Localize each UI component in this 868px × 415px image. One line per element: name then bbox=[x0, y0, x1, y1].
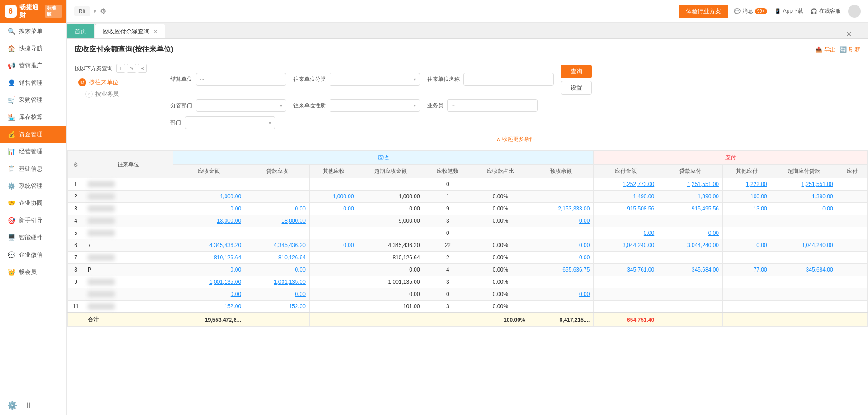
table-setting-icon[interactable]: ⚙ bbox=[73, 162, 78, 168]
collapse-more-button[interactable]: ∧ 收起更多条件 bbox=[170, 134, 860, 145]
table-cell[interactable]: 810,126.64 bbox=[245, 252, 310, 264]
edit-scheme-button[interactable]: ✎ bbox=[127, 64, 136, 73]
table-cell[interactable]: 0.00 bbox=[529, 288, 594, 301]
table-cell[interactable]: 4,345,436.20 bbox=[245, 239, 310, 252]
company-name[interactable]: Rit bbox=[74, 6, 90, 16]
table-cell[interactable]: 18,000.00 bbox=[173, 215, 245, 227]
table-cell[interactable]: 2,153,333.00 bbox=[529, 203, 594, 215]
gear-icon[interactable]: ⚙ bbox=[100, 7, 106, 15]
table-cell[interactable]: 1,251,551.00 bbox=[658, 178, 723, 191]
table-cell[interactable]: 0.00 bbox=[173, 264, 245, 276]
tab-home[interactable]: 首页 bbox=[67, 24, 94, 38]
table-cell[interactable]: 0.00 bbox=[723, 239, 771, 252]
partner-nature-select[interactable]: ▾ bbox=[330, 99, 420, 112]
sidebar-item-wechat[interactable]: 💬 企业微信 bbox=[0, 246, 66, 263]
salesman-input[interactable]: ··· bbox=[447, 99, 538, 112]
sidebar-item-marketing[interactable]: 📢 营销推广 bbox=[0, 57, 66, 74]
app-download-action[interactable]: 📱 App下载 bbox=[774, 7, 803, 15]
table-cell[interactable]: 1,390.00 bbox=[658, 191, 723, 203]
user-avatar[interactable] bbox=[848, 5, 861, 18]
table-cell[interactable]: 0.00 bbox=[309, 203, 358, 215]
sidebar-item-guide[interactable]: 🎯 新手引导 bbox=[0, 212, 66, 229]
table-cell[interactable]: 1,001,135.00 bbox=[245, 276, 310, 288]
table-cell[interactable]: 18,000.00 bbox=[245, 215, 310, 227]
partner-nature-arrow: ▾ bbox=[414, 103, 416, 108]
table-cell[interactable]: 1,390.00 bbox=[771, 191, 837, 203]
table-cell bbox=[309, 178, 358, 191]
set-button[interactable]: 设置 bbox=[561, 81, 592, 95]
table-cell[interactable]: 1,000.00 bbox=[309, 191, 358, 203]
table-cell[interactable]: 0.00 bbox=[245, 264, 310, 276]
table-cell[interactable]: 1,251,551.00 bbox=[771, 178, 837, 191]
sidebar-item-hardware[interactable]: 🖥️ 智能硬件 bbox=[0, 229, 66, 246]
table-cell[interactable]: 4,345,436.20 bbox=[173, 239, 245, 252]
tab-close-all-icon[interactable]: ✕ bbox=[846, 30, 852, 38]
footer-ar-amount: 19,553,472,6... bbox=[173, 313, 245, 327]
sidebar-collapse-icon[interactable]: ⏸ bbox=[24, 401, 33, 410]
refresh-button[interactable]: 🔄 刷新 bbox=[840, 46, 860, 54]
table-cell[interactable]: 1,000.00 bbox=[173, 191, 245, 203]
table-cell[interactable]: 3,044,240.00 bbox=[658, 239, 723, 252]
table-cell[interactable]: 3,044,240.00 bbox=[594, 239, 658, 252]
collapse-scheme-button[interactable]: « bbox=[138, 64, 147, 73]
sidebar-item-quick-nav[interactable]: 🏠 快捷导航 bbox=[0, 40, 66, 57]
table-cell[interactable]: 655,636.75 bbox=[529, 264, 594, 276]
table-cell[interactable]: 0.00 bbox=[173, 288, 245, 301]
sidebar-item-purchase[interactable]: 🛒 采购管理 bbox=[0, 91, 66, 109]
partner-name-input[interactable] bbox=[463, 73, 554, 86]
online-service-action[interactable]: 🎧 在线客服 bbox=[811, 7, 841, 15]
solution-button[interactable]: 体验行业方案 bbox=[679, 5, 728, 18]
export-button[interactable]: 📤 导出 bbox=[815, 46, 836, 54]
sidebar-item-sales[interactable]: 👤 销售管理 bbox=[0, 74, 66, 91]
table-cell[interactable]: 152.00 bbox=[245, 301, 310, 313]
table-cell[interactable]: 0.00 bbox=[771, 203, 837, 215]
table-cell[interactable]: 0.00 bbox=[658, 227, 723, 239]
scheme-actions: + ✎ « bbox=[116, 64, 147, 73]
table-cell[interactable]: 915,508.56 bbox=[594, 203, 658, 215]
table-cell[interactable]: 0.00 bbox=[173, 203, 245, 215]
table-cell[interactable]: 3,044,240.00 bbox=[771, 239, 837, 252]
add-scheme-button[interactable]: + bbox=[116, 64, 125, 73]
tab-close-icon[interactable]: ✕ bbox=[153, 29, 158, 35]
sidebar-settings-icon[interactable]: ⚙️ bbox=[7, 401, 17, 410]
table-cell[interactable]: 1,252,773.00 bbox=[594, 178, 658, 191]
filter-option-by-salesman[interactable]: ○ 按业务员 bbox=[75, 88, 165, 100]
table-cell[interactable]: 0.00 bbox=[309, 239, 358, 252]
table-cell[interactable]: 0.00 bbox=[245, 288, 310, 301]
sidebar-item-system[interactable]: ⚙️ 系统管理 bbox=[0, 177, 66, 195]
table-cell[interactable]: 1,222.00 bbox=[723, 178, 771, 191]
table-cell[interactable]: 0.00 bbox=[529, 215, 594, 227]
sidebar-item-operation[interactable]: 📊 经营管理 bbox=[0, 143, 66, 160]
table-cell[interactable]: 915,495.56 bbox=[658, 203, 723, 215]
table-cell[interactable]: 100.00 bbox=[723, 191, 771, 203]
sidebar-item-basic-info[interactable]: 📋 基础信息 bbox=[0, 160, 66, 177]
settlement-input[interactable]: ··· bbox=[196, 73, 286, 86]
table-cell[interactable]: 0.00 bbox=[529, 252, 594, 264]
tab-ar-ap[interactable]: 应收应付余额查询 ✕ bbox=[95, 24, 165, 38]
table-cell[interactable]: 13.00 bbox=[723, 203, 771, 215]
query-button[interactable]: 查询 bbox=[561, 65, 592, 78]
sidebar-item-inventory[interactable]: 🏪 库存核算 bbox=[0, 109, 66, 126]
managed-dept-select[interactable]: ▾ bbox=[196, 99, 286, 112]
table-cell: 0 bbox=[424, 288, 472, 301]
sidebar-item-member[interactable]: 👑 畅会员 bbox=[0, 263, 66, 281]
partner-category-select[interactable]: ▾ bbox=[330, 73, 420, 86]
table-cell[interactable]: 77.00 bbox=[723, 264, 771, 276]
table-cell[interactable]: 0.00 bbox=[245, 203, 310, 215]
filter-option-by-partner[interactable]: 财 按往来单位 bbox=[75, 76, 165, 88]
table-cell[interactable]: 345,761.00 bbox=[594, 264, 658, 276]
tab-expand-icon[interactable]: ⛶ bbox=[855, 30, 863, 38]
table-cell[interactable]: 0.00 bbox=[594, 227, 658, 239]
table-cell[interactable]: 1,001,135.00 bbox=[173, 276, 245, 288]
sidebar-item-cooperation[interactable]: 🤝 企业协同 bbox=[0, 195, 66, 212]
sidebar-item-finance[interactable]: 💰 资金管理 bbox=[0, 126, 66, 143]
table-cell[interactable]: 345,684.00 bbox=[771, 264, 837, 276]
table-cell[interactable]: 152.00 bbox=[173, 301, 245, 313]
table-cell[interactable]: 1,490.00 bbox=[594, 191, 658, 203]
sidebar-item-search[interactable]: 🔍 搜索菜单 bbox=[0, 23, 66, 40]
table-cell[interactable]: 0.00 bbox=[529, 239, 594, 252]
table-cell[interactable]: 345,684.00 bbox=[658, 264, 723, 276]
table-cell[interactable]: 810,126.64 bbox=[173, 252, 245, 264]
dept-select[interactable]: ▾ bbox=[185, 116, 275, 129]
message-action[interactable]: 💬 消息 99+ bbox=[734, 7, 767, 15]
